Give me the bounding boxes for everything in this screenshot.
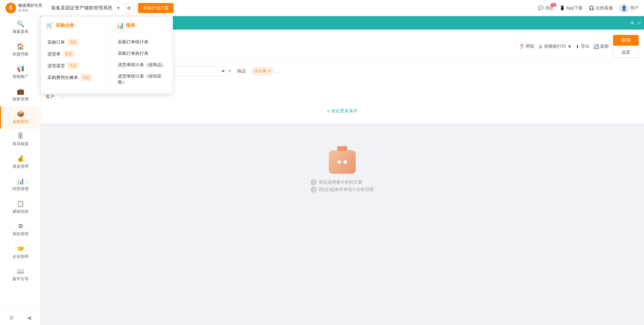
chart-icon: 📊 [17,177,24,185]
sidebar-item-cooperation[interactable]: 🤝 企业协同 [0,241,40,263]
app-download-action[interactable]: 📱 App下载 [560,5,583,11]
sidebar-item-marketing[interactable]: 📢 营销推广 [0,61,40,84]
report-order-exec-label: 采购订单执行表 [118,50,148,56]
dropdown-business-title: 🛒 采购业务 [46,22,97,32]
clipboard-icon: 📋 [17,200,24,207]
empty-texts: 1 请先选择要分析的方案 2 用[过滤]条件来缩小分析范围 [311,178,373,194]
purchase-cost-item[interactable]: 采购费用分摊单 历史 [46,72,97,83]
print-action[interactable]: 🖨 按模板打印 ▼ [538,43,572,49]
search-icon: 🔍 [17,20,24,28]
megaphone-icon: 📢 [17,65,24,73]
sidebar-item-search[interactable]: 🔍 搜索菜单 [0,16,40,39]
purchase-return-history: 历史 [68,63,78,69]
dropdown-business-col: 🛒 采购业务 采购订单 历史 进货单 历史 进货退货 历史 采购费用分摊单 历史 [46,22,97,88]
export-action[interactable]: ⬇ 导出 [576,43,589,49]
tab-expand-btn[interactable]: ⤢ [637,20,641,26]
sidebar-item-guide[interactable]: 📖 新手引导 [0,263,40,286]
sidebar-label-inventory: 库存核算 [12,141,29,147]
dropdown-report-title: 📊 报表 [116,22,168,32]
purchase-return-item[interactable]: 进货退货 历史 [46,60,97,72]
sidebar-label-guide: 新手引导 [12,276,29,282]
user-label: 用户 [630,5,639,11]
app-download-label: App下载 [566,5,583,11]
empty-robot-icon [329,150,356,174]
sidebar-item-finance[interactable]: 💰 资金管理 [0,151,40,173]
print-label: 按模板打印 [544,43,566,49]
empty-num-2: 2 [311,187,317,193]
customer-label: 客户 [46,94,55,100]
report-receipt-product[interactable]: 进货单统计表（按商品） [116,59,168,71]
message-badge: 9 [551,3,556,7]
book-icon: 📖 [17,268,24,275]
purchase-order-label: 采购订单 [47,39,65,45]
purchase-receipt-item[interactable]: 进货单 历史 [46,48,97,60]
sidebar-label-finance: 资金管理 [12,164,29,169]
print-dropdown-icon: ▼ [567,44,572,49]
sidebar-item-quicknav[interactable]: 🏠 快捷导航 [0,39,40,61]
export-icon: ⬇ [576,44,579,49]
avatar: 👤 [619,3,629,13]
top-header: 6 畅捷通好生意 标准版 装备及固定资产辅助管理系统 ▼ ⚙ 体验行业方案 💬 … [0,0,644,16]
purchase-order-history: 历史 [68,39,78,45]
header-gear-btn[interactable]: ⚙ [124,3,134,13]
settings-btn[interactable]: 设置 [613,47,639,58]
chevron-up-icon: ∧ [327,109,330,114]
report-receipt-product-label: 进货单统计表（按商品） [118,62,166,68]
gear-icon: ⚙ [18,222,23,230]
sidebar-label-sales: 销售管理 [12,96,29,102]
sidebar: 🔍 搜索菜单 🏠 快捷导航 📢 营销推广 💼 销售管理 📦 采购管理 🗄 库存核… [0,16,40,325]
product-more-btn[interactable]: ... [275,69,279,74]
sidebar-label-search: 搜索菜单 [12,29,29,35]
customer-more-btn[interactable]: ... [61,94,65,99]
database-icon: 🗄 [17,133,24,140]
logo-icon: 6 [5,3,16,13]
tab-close-btn[interactable]: ✕ [630,20,634,26]
logo-text-block: 畅捷通好生意 标准版 [18,3,42,13]
sidebar-item-sales[interactable]: 💼 销售管理 [0,84,40,106]
industry-btn[interactable]: 体验行业方案 [138,3,174,13]
purchase-order-item[interactable]: 采购订单 历史 [46,36,97,48]
product-tag-label: 设计素 [254,68,266,74]
sidebar-settings-btn[interactable]: ⚙ [8,313,15,322]
system-dropdown-btn[interactable]: ▼ [116,6,120,10]
report-order-stats[interactable]: 采购订单统计表 [116,36,168,48]
sidebar-label-purchase: 采购管理 [12,119,29,125]
sidebar-collapse-btn[interactable]: ◀ [26,313,32,322]
sidebar-item-basicinfo[interactable]: 📋 基础信息 [0,196,40,218]
doc-status-dropdown-icon: ▼ [227,69,232,74]
product-tag-close[interactable]: ✕ [268,69,271,73]
sidebar-item-operations[interactable]: 📊 经营管理 [0,173,40,196]
report-title-icon: 📊 [116,22,124,29]
sidebar-item-purchase[interactable]: 📦 采购管理 [0,106,40,129]
message-action[interactable]: 💬 消息 9 [538,5,553,11]
user-action[interactable]: 👤 用户 [619,3,639,13]
header-center: 装备及固定资产辅助管理系统 ▼ ⚙ 体验行业方案 [46,3,538,13]
sidebar-item-system[interactable]: ⚙ 系统管理 [0,218,40,241]
help-icon: ❓ [519,44,524,49]
report-receipt-supplier[interactable]: 进货单统计表（按供应商） [116,71,168,88]
empty-state: 1 请先选择要分析的方案 2 用[过滤]条件来缩小分析范围 [40,123,644,221]
headset-icon: 🎧 [589,5,594,10]
purchase-cost-history: 历史 [81,74,92,81]
empty-hint-2: 2 用[过滤]条件来缩小分析范围 [311,187,373,193]
online-service-action[interactable]: 🎧 在线客服 [589,5,613,11]
header-right: 💬 消息 9 📱 App下载 🎧 在线客服 👤 用户 [538,3,639,13]
refresh-action[interactable]: 🔄 刷新 [594,43,609,49]
purchase-return-label: 进货退货 [47,63,65,69]
message-icon: 💬 [538,5,543,10]
collapse-btn[interactable]: ∧ 收起更多条件 [324,105,360,117]
system-name: 装备及固定资产辅助管理系统 [51,5,112,11]
help-action[interactable]: ❓ 帮助 [519,43,534,49]
report-order-exec[interactable]: 采购订单执行表 [116,48,168,59]
empty-num-1: 1 [311,179,317,185]
money-icon: 💰 [17,155,24,162]
query-btn[interactable]: 查询 [613,35,639,46]
logo-line2: 标准版 [18,8,42,13]
sidebar-label-marketing: 营销推广 [12,74,29,80]
doc-status-select[interactable] [172,66,226,76]
sidebar-label-basicinfo: 基础信息 [12,209,29,214]
robot-eye-right [344,160,347,164]
help-label: 帮助 [526,43,534,49]
sidebar-item-inventory[interactable]: 🗄 库存核算 [0,129,40,151]
sidebar-label-cooperation: 企业协同 [12,254,29,259]
